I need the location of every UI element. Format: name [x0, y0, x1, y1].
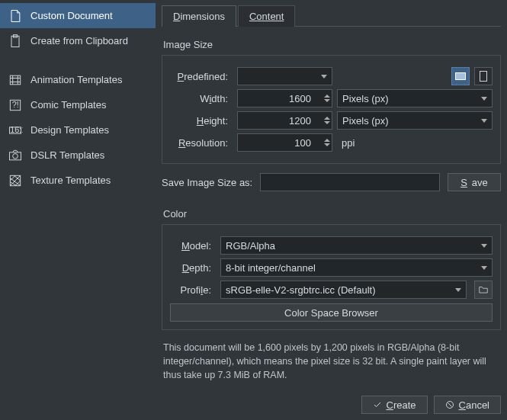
height-unit-combo[interactable]: Pixels (px) — [337, 111, 493, 130]
cancel-button[interactable]: Cancel — [434, 396, 501, 414]
document-icon — [8, 8, 23, 24]
chevron-down-icon — [321, 75, 327, 79]
resolution-unit: ppi — [337, 137, 355, 149]
spin-down-icon[interactable] — [324, 143, 330, 146]
resolution-input[interactable] — [242, 137, 311, 149]
sidebar-item-clipboard[interactable]: Create from Clipboard — [0, 28, 156, 53]
predefined-combo[interactable] — [237, 67, 332, 85]
image-size-heading: Image Size — [163, 39, 501, 50]
color-heading: Color — [163, 208, 501, 220]
svg-point-8 — [13, 153, 18, 159]
resolution-spin[interactable] — [237, 133, 332, 152]
sidebar-item-label: Design Templates — [30, 124, 109, 136]
comic-icon: ?! — [8, 98, 23, 113]
resolution-label: Resolution: — [170, 137, 233, 149]
camera-icon — [8, 148, 23, 163]
sidebar-item-dslr[interactable]: DSLR Templates — [0, 143, 156, 168]
width-input[interactable] — [242, 93, 311, 104]
sidebar-item-label: Custom Document — [30, 10, 113, 21]
height-input[interactable] — [242, 115, 311, 127]
texture-icon — [8, 173, 23, 188]
sidebar: Custom Document Create from Clipboard An… — [0, 0, 156, 420]
sidebar-item-comic[interactable]: ?! Comic Templates — [0, 92, 156, 117]
profile-combo[interactable]: sRGB-elle-V2-srgbtrc.icc (Default) — [220, 281, 467, 299]
sidebar-item-label: Texture Templates — [30, 175, 111, 186]
depth-combo[interactable]: 8-bit integer/channel — [220, 258, 493, 277]
profile-open-button[interactable] — [474, 281, 493, 299]
save-as-input[interactable] — [260, 173, 440, 191]
model-combo[interactable]: RGB/Alpha — [220, 236, 493, 255]
svg-text:?!: ?! — [12, 100, 19, 109]
svg-rect-2 — [10, 75, 20, 85]
height-spin[interactable] — [237, 111, 332, 130]
spin-down-icon[interactable] — [324, 121, 330, 124]
sidebar-item-animation[interactable]: Animation Templates — [0, 67, 156, 92]
image-size-group: Image Size Predefined: Width: — [162, 34, 501, 164]
tab-bar: Dimensions Content — [162, 5, 501, 27]
chevron-down-icon — [481, 244, 487, 248]
sidebar-item-custom-document[interactable]: Custom Document — [0, 3, 156, 28]
chevron-down-icon — [481, 119, 487, 123]
color-space-browser-button[interactable]: Color Space Browser — [170, 303, 493, 322]
footer: Create Cancel — [162, 390, 501, 414]
spin-up-icon[interactable] — [324, 95, 330, 98]
width-label: Width: — [170, 93, 233, 104]
spin-up-icon[interactable] — [324, 139, 330, 142]
depth-label: Depth: — [170, 262, 216, 274]
sidebar-item-label: Animation Templates — [30, 74, 122, 85]
sidebar-item-label: DSLR Templates — [30, 149, 104, 161]
color-group: Color Model: RGB/Alpha Depth: 8-bit inte… — [162, 204, 501, 330]
summary-text: This document will be 1,600 pixels by 1,… — [163, 341, 499, 382]
height-label: Height: — [170, 115, 233, 127]
tab-content[interactable]: Content — [238, 5, 296, 27]
create-button[interactable]: Create — [361, 396, 428, 414]
model-label: Model: — [170, 240, 216, 252]
width-spin[interactable] — [237, 89, 332, 107]
spin-up-icon[interactable] — [324, 117, 330, 120]
sidebar-item-texture[interactable]: Texture Templates — [0, 168, 156, 193]
chevron-down-icon — [481, 266, 487, 270]
check-icon — [373, 400, 382, 409]
sidebar-item-label: Create from Clipboard — [30, 35, 128, 46]
orientation-landscape-button[interactable] — [451, 67, 470, 85]
portrait-icon — [480, 71, 487, 82]
orientation-portrait-button[interactable] — [474, 67, 493, 85]
sidebar-item-design[interactable]: 16:10 Design Templates — [0, 117, 156, 143]
film-icon — [8, 72, 23, 88]
aspect-icon: 16:10 — [8, 123, 23, 138]
cancel-icon — [445, 400, 454, 409]
profile-label: Profile: — [170, 284, 216, 296]
chevron-down-icon — [481, 97, 487, 101]
save-button[interactable]: Save — [448, 173, 501, 191]
predefined-label: Predefined: — [170, 71, 233, 82]
clipboard-icon — [8, 34, 23, 49]
sidebar-item-label: Comic Templates — [30, 99, 106, 111]
svg-text:16:10: 16:10 — [10, 124, 23, 133]
tab-dimensions[interactable]: Dimensions — [162, 5, 236, 27]
folder-icon — [478, 284, 489, 295]
save-as-label: Save Image Size as: — [162, 177, 252, 188]
chevron-down-icon — [455, 288, 461, 292]
landscape-icon — [455, 72, 466, 80]
spin-down-icon[interactable] — [324, 99, 330, 102]
main-panel: Dimensions Content Image Size Predefined… — [156, 0, 507, 420]
width-unit-combo[interactable]: Pixels (px) — [337, 89, 493, 107]
